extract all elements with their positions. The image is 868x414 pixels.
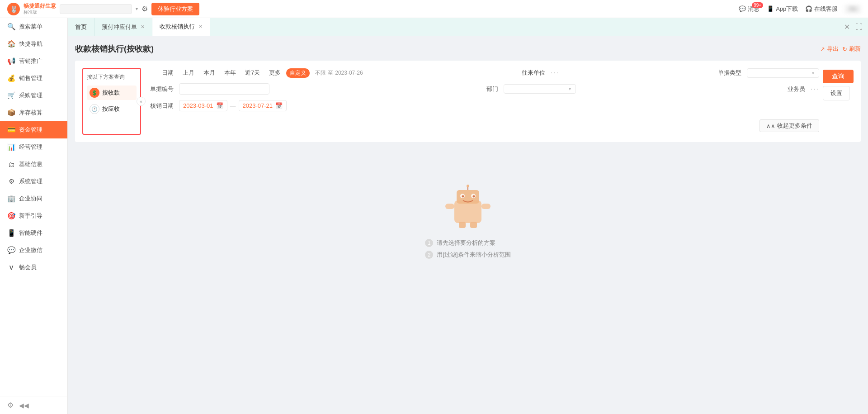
refresh-button[interactable]: ↻ 刷新 xyxy=(842,45,861,53)
date-btn-this-year[interactable]: 本年 xyxy=(221,68,240,78)
top-search-input[interactable] xyxy=(60,4,132,14)
online-service-button[interactable]: 🎧 在线客服 xyxy=(805,5,838,13)
sidebar-label-operation: 经营管理 xyxy=(19,143,42,151)
date-btn-custom[interactable]: 自定义 xyxy=(286,68,310,78)
sidebar-item-inventory[interactable]: 📦 库存核算 xyxy=(0,104,67,121)
filter-row-date: 日期 上月 本月 本年 近7天 更多 自定义 xyxy=(146,68,819,78)
export-label: 导出 xyxy=(827,45,839,53)
industry-solution-button[interactable]: 休验行业方案 xyxy=(151,3,199,15)
verify-date-separator: — xyxy=(230,102,236,109)
query-option-by-receivable[interactable]: 🕐 按应收 xyxy=(87,102,137,116)
query-panel-collapse-button[interactable]: « xyxy=(137,97,146,106)
tab-receipt-verify-label: 收款核销执行 xyxy=(160,23,195,31)
query-option-by-receipt[interactable]: 💲 按收款 xyxy=(87,86,137,100)
tab-prepay-label: 预付冲应付单 xyxy=(102,23,137,31)
counterpart-label: 往来单位 xyxy=(518,69,545,77)
sidebar-item-weixin[interactable]: 💬 企业微信 xyxy=(0,242,67,259)
date-end-value: 2023-07-26 xyxy=(335,70,363,76)
message-button[interactable]: 💬 消息 99+ xyxy=(739,5,760,13)
salesperson-picker-button[interactable]: ··· xyxy=(811,85,819,93)
top-bar-right: 💬 消息 99+ 📱 App下载 🎧 在线客服 Rit xyxy=(739,5,861,13)
system-icon: ⚙ xyxy=(7,177,15,186)
sidebar-item-purchase[interactable]: 🛒 采购管理 xyxy=(0,87,67,104)
filter-row-docno: 单据编号 部门 ▾ 业务员 xyxy=(146,83,819,95)
verify-date-label: 核销日期 xyxy=(146,102,174,110)
sidebar-item-member[interactable]: V 畅会员 xyxy=(0,259,67,276)
inventory-icon: 📦 xyxy=(7,109,15,117)
svg-rect-9 xyxy=(470,222,477,228)
sidebar-label-inventory: 库存核算 xyxy=(19,109,42,117)
tab-receipt-verify[interactable]: 收款核销执行 ✕ xyxy=(152,18,210,36)
verify-date-end[interactable]: 2023-07-21 📅 xyxy=(239,100,287,111)
date-btn-last-month[interactable]: 上月 xyxy=(179,68,198,78)
page-header: 收款核销执行(按收款) ↗ 导出 ↻ 刷新 xyxy=(75,43,861,54)
search-chevron-icon[interactable]: ▾ xyxy=(136,6,138,11)
finance-icon: 💳 xyxy=(7,126,15,134)
app-label: App下载 xyxy=(776,5,798,13)
setting-button[interactable]: 设置 xyxy=(823,86,850,100)
enterprise-icon: 🏢 xyxy=(7,195,15,203)
tab-expand-icon[interactable]: ⛶ xyxy=(854,21,864,33)
sidebar-item-marketing[interactable]: 📢 营销推广 xyxy=(0,52,67,70)
refresh-label: 刷新 xyxy=(849,45,861,53)
sidebar-item-hardware[interactable]: 📱 智能硬件 xyxy=(0,224,67,242)
search-menu-icon: 🔍 xyxy=(7,23,15,31)
svg-point-4 xyxy=(462,195,464,198)
svg-rect-6 xyxy=(445,204,454,209)
date-btn-more[interactable]: 更多 xyxy=(265,68,284,78)
doc-no-input[interactable] xyxy=(179,83,269,95)
settings-gear-icon[interactable]: ⚙ xyxy=(142,5,148,13)
verify-start-calendar-icon: 📅 xyxy=(216,102,223,109)
sidebar-item-enterprise[interactable]: 🏢 企业协同 xyxy=(0,190,67,207)
search-panel-inner: 按以下方案查询 💲 按收款 🕐 按应收 « xyxy=(82,68,854,135)
sidebar-item-search-menu[interactable]: 🔍 搜索菜单 xyxy=(0,18,67,35)
svg-rect-8 xyxy=(459,222,466,228)
sidebar-gear-icon[interactable]: ⚙ xyxy=(7,401,14,409)
counterpart-picker-button[interactable]: ··· xyxy=(551,69,559,77)
tab-prepay[interactable]: 预付冲应付单 ✕ xyxy=(94,18,152,36)
tab-receipt-verify-close-icon[interactable]: ✕ xyxy=(198,24,203,29)
sidebar-collapse-icon[interactable]: ◀◀ xyxy=(19,402,29,409)
dept-select[interactable]: ▾ xyxy=(504,84,576,94)
operation-icon: 📊 xyxy=(7,143,15,151)
by-receivable-icon: 🕐 xyxy=(90,104,99,114)
user-name[interactable]: Rit xyxy=(845,5,861,13)
tab-home[interactable]: 首页 xyxy=(68,18,94,36)
empty-state-svg xyxy=(443,185,493,230)
empty-tip2-text: 用[过滤]条件来缩小分析范围 xyxy=(437,249,510,261)
by-receipt-icon: 💲 xyxy=(90,88,99,98)
verify-date-start[interactable]: 2023-03-01 📅 xyxy=(179,100,227,111)
sidebar-bottom: ⚙ ◀◀ xyxy=(0,396,67,414)
by-receipt-label: 按收款 xyxy=(102,89,120,97)
sidebar-item-guide[interactable]: 🎯 新手引导 xyxy=(0,207,67,224)
message-icon: 💬 xyxy=(739,5,746,12)
sidebar-item-system[interactable]: ⚙ 系统管理 xyxy=(0,173,67,190)
doc-type-dropdown-icon: ▾ xyxy=(812,71,814,76)
date-btn-7-days[interactable]: 近7天 xyxy=(241,68,264,78)
filter-row-verify-date: 核销日期 2023-03-01 📅 — 2023-07-21 xyxy=(146,100,819,111)
top-bar: 🐰 畅捷通好生意 标准版 ▾ ⚙ 休验行业方案 💬 消息 99+ 📱 App下载… xyxy=(0,0,868,18)
sidebar-label-search-menu: 搜索菜单 xyxy=(19,23,42,31)
app-download-button[interactable]: 📱 App下载 xyxy=(767,5,798,13)
empty-state-tips: 1 请先选择要分析的方案 2 用[过滤]条件来缩小分析范围 xyxy=(425,237,510,261)
brand-logo: 🐰 xyxy=(7,3,20,15)
sidebar-label-weixin: 企业微信 xyxy=(19,246,42,254)
page-actions: ↗ 导出 ↻ 刷新 xyxy=(820,45,861,53)
doc-type-select[interactable]: ▾ xyxy=(747,68,819,78)
sidebar-item-basic-info[interactable]: 🗂 基础信息 xyxy=(0,156,67,173)
dept-dropdown-icon: ▾ xyxy=(569,86,571,91)
date-btn-this-month[interactable]: 本月 xyxy=(200,68,219,78)
sidebar-item-quick-nav[interactable]: 🏠 快捷导航 xyxy=(0,35,67,52)
query-button[interactable]: 查询 xyxy=(823,70,854,83)
empty-state-illustration xyxy=(443,185,493,230)
refresh-icon: ↻ xyxy=(842,46,847,52)
sidebar-item-operation[interactable]: 📊 经营管理 xyxy=(0,138,67,156)
page-content: 收款核销执行(按收款) ↗ 导出 ↻ 刷新 按以 xyxy=(68,36,868,414)
tab-close-all-icon[interactable]: ✕ xyxy=(842,21,852,33)
tab-prepay-close-icon[interactable]: ✕ xyxy=(141,24,145,30)
sidebar-item-sales[interactable]: 💰 销售管理 xyxy=(0,70,67,87)
collapse-more-button[interactable]: ∧∧ 收起更多条件 xyxy=(760,119,819,132)
export-button[interactable]: ↗ 导出 xyxy=(820,45,839,53)
tip-num-1: 1 xyxy=(425,239,433,247)
sidebar-item-finance[interactable]: 💳 资金管理 xyxy=(0,121,67,138)
